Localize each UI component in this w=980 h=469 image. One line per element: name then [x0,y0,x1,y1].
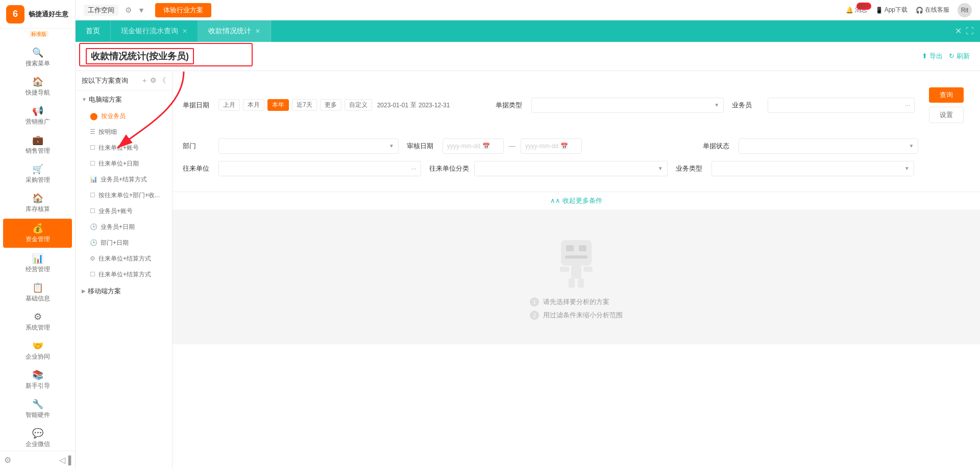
message-icon-container[interactable]: 🔔 消息 99+ [846,6,867,14]
scheme-item-counterpart-settlement1[interactable]: ⚙ 往来单位+结算方式 [76,251,172,267]
date-btn-this-month[interactable]: 本月 [243,99,264,111]
svg-rect-3 [565,255,587,259]
date-to-value: 2023-12-31 [419,102,450,109]
collapse-panel-icon[interactable]: 《 [159,76,166,85]
tip-num-2: 2 [530,311,539,320]
collapse-more-btn[interactable]: ∧∧ 收起更多条件 [173,192,980,209]
sidebar-item-basic-info[interactable]: 📋 基础信息 [0,278,75,307]
user-avatar[interactable]: Rit [958,3,972,17]
marketing-icon: 📢 [32,105,43,116]
date-btn-more[interactable]: 更多 [320,99,341,111]
scheme-item-counterpart-date[interactable]: ☐ 往来单位+日期 [76,156,172,172]
sidebar-item-guide[interactable]: 📚 新手引导 [0,365,75,394]
salesman-label: 业务员 [732,101,763,110]
sidebar-item-enterprise[interactable]: 🤝 企业协同 [0,336,75,365]
tab-home[interactable]: 首页 [76,20,111,42]
action-buttons: 查询 设置 [923,79,970,131]
logo-text: 畅捷通好生意 [29,10,68,19]
audit-date-to-input[interactable]: yyyy-mm-dd 📅 [521,138,582,154]
calendar-from-icon: 📅 [482,143,490,150]
workspace-chevron-icon[interactable]: ▼ [138,6,145,14]
query-button[interactable]: 查询 [929,87,964,103]
filter-panel-title: 按以下方案查询 [82,76,128,85]
logo-icon: 6 [6,5,24,24]
counterpart-date-icon: ☐ [90,160,95,167]
sidebar-item-operation[interactable]: 📊 经营管理 [0,249,75,278]
sidebar-item-finance[interactable]: 💰 资金管理 [3,219,72,248]
date-btn-last-month[interactable]: 上月 [218,99,240,111]
tab-close-all-icon[interactable]: ✕ [955,26,962,36]
scheme-item-salesman-account[interactable]: ☐ 业务员+账号 [76,203,172,219]
online-service-link[interactable]: 🎧 在线客服 [916,6,949,14]
counterpart-input[interactable]: ··· [218,161,421,176]
date-btn-last-7[interactable]: 近7天 [292,99,317,111]
workspace-gear-icon[interactable]: ⚙ [122,5,134,16]
search-icon: 🔍 [32,47,43,58]
counterpart-settlement2-icon: ☐ [90,271,95,278]
scheme-item-salesman-date[interactable]: 🕒 业务员+日期 [76,219,172,235]
edition-badge: 标准版 [29,31,48,37]
tab-bank-flow[interactable]: 现金银行流水查询 ✕ [111,20,198,42]
bell-icon: 🔔 [846,7,853,14]
page-header: 收款情况统计(按业务员) ⬆ 导出 ↻ 刷新 [76,42,980,71]
settings-scheme-icon[interactable]: ⚙ [150,76,157,85]
message-badge: 99+ [856,3,871,10]
scheme-item-counterpart-account[interactable]: ☐ 往来单位+账号 [76,140,172,156]
counterpart-category-select[interactable]: ▼ [474,161,668,176]
sidebar-item-system[interactable]: ⚙ 系统管理 [0,307,75,336]
sidebar-item-enterprise-wechat[interactable]: 💬 企业微信 [0,424,75,451]
scheme-item-salesman-settlement[interactable]: 📊 业务员+结算方式 [76,172,172,187]
filter-row-3: 往来单位 ··· 往来单位分类 ▼ 业务 [183,161,970,176]
chevron-right-icon: ▶ [82,288,86,294]
sidebar-item-search[interactable]: 🔍 搜索菜单 [0,43,75,72]
biz-type-select[interactable]: ▼ [712,161,914,176]
top-bar-left: 工作空间 ⚙ ▼ 体验行业方案 [84,3,846,17]
salesman-settlement-icon: 📊 [90,176,97,183]
tab-receivable-stat[interactable]: 收款情况统计 ✕ [198,20,271,42]
add-scheme-icon[interactable]: ＋ [141,76,148,85]
sidebar-item-smart-hw[interactable]: 🔧 智能硬件 [0,394,75,424]
solution-button[interactable]: 体验行业方案 [155,3,211,17]
app-download-link[interactable]: 📱 App下载 [875,6,908,14]
export-button[interactable]: ⬆ 导出 [922,52,943,61]
date-btn-this-year[interactable]: 本年 [267,99,289,111]
pc-scheme-group-header[interactable]: ▼ 电脑端方案 [76,91,172,108]
tab-maximize-icon[interactable]: ⛶ [966,27,974,36]
date-range-display: 2023-01-01 至 2023-12-31 [377,101,450,109]
doc-status-chevron-icon: ▼ [909,143,914,149]
tab-bank-flow-close-icon[interactable]: ✕ [182,28,187,35]
mobile-scheme-group: ▶ 移动端方案 [76,283,172,300]
tip-num-1: 1 [530,297,539,307]
date-btn-custom[interactable]: 自定义 [345,99,372,111]
dept-date-icon: 🕒 [90,239,97,246]
dept-chevron-icon: ▼ [389,143,394,149]
doc-type-select[interactable]: ▼ [531,98,724,113]
scheme-item-by-salesman[interactable]: ⬤ 按业务员 [76,108,172,124]
scheme-item-dept-date[interactable]: 🕒 部门+日期 [76,235,172,251]
scheme-item-counterpart-settlement2[interactable]: ☐ 往来单位+结算方式 [76,267,172,283]
sidebar-item-quick-nav[interactable]: 🏠 快捷导航 [0,72,75,101]
sidebar-item-purchase[interactable]: 🛒 采购管理 [0,159,75,189]
doc-status-select[interactable]: ▼ [739,138,919,154]
doc-type-chevron-icon: ▼ [714,102,719,108]
sidebar-item-marketing[interactable]: 📢 营销推广 [0,101,75,130]
sidebar-item-inventory[interactable]: 🏠 库存核算 [0,189,75,218]
settings-bottom-icon[interactable]: ⚙ [4,455,11,465]
refresh-button[interactable]: ↻ 刷新 [949,52,970,61]
mobile-scheme-group-header[interactable]: ▶ 移动端方案 [76,283,172,300]
counterpart-more-dots-icon[interactable]: ··· [411,165,416,172]
audit-date-from-input[interactable]: yyyy-mm-dd 📅 [443,138,504,154]
sidebar-item-sales[interactable]: 💼 销售管理 [0,130,75,159]
doc-status-filter-item: 单据状态 ▼ [703,138,919,154]
finance-icon: 💰 [32,223,43,234]
dept-select[interactable]: ▼ [218,138,399,154]
settings-button[interactable]: 设置 [929,107,964,123]
audit-date-dash: — [509,142,516,150]
collapse-sidebar-icon[interactable]: ◁▐ [59,455,71,465]
tip-item-2: 2 用过滤条件来缩小分析范围 [530,311,623,320]
scheme-item-by-counterpart-dept[interactable]: ☐ 按往来单位+部门+收... [76,187,172,203]
tab-receivable-stat-close-icon[interactable]: ✕ [255,28,260,35]
scheme-item-by-detail[interactable]: ☰ 按明细 [76,124,172,140]
salesman-select[interactable]: ··· [768,98,915,113]
more-dots-icon[interactable]: ··· [905,102,910,109]
